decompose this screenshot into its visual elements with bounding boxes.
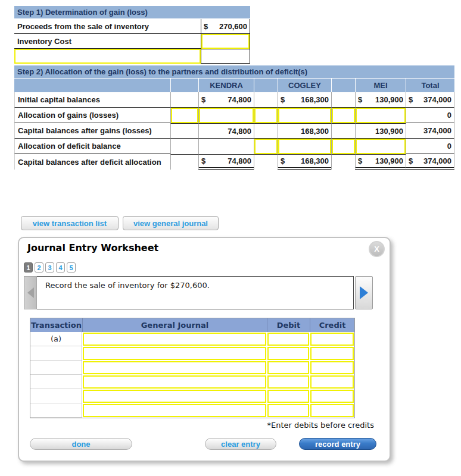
total-value-cell: 374,000 bbox=[406, 123, 454, 139]
debit-input-4[interactable] bbox=[267, 375, 309, 389]
debit-input-2[interactable] bbox=[267, 347, 309, 360]
transaction-cell bbox=[30, 361, 82, 375]
credit-cell bbox=[310, 361, 354, 375]
alloc-gains-kendra-cell bbox=[198, 108, 254, 123]
arrow-left-icon bbox=[27, 287, 34, 298]
amount: 74,800 bbox=[228, 156, 251, 165]
credit-input-1[interactable] bbox=[310, 333, 354, 346]
cogley-value-cell: $ 168,300 bbox=[278, 154, 331, 170]
instruction-bar: Record the sale of inventory for $270,60… bbox=[24, 276, 373, 309]
step1-table: Step 1) Determination of gain (loss) Pro… bbox=[14, 6, 250, 64]
alloc-gains-kendra-sign-cell bbox=[170, 108, 198, 123]
spacer-cell bbox=[170, 123, 198, 139]
account-input-6[interactable] bbox=[83, 404, 266, 417]
page-tab-3[interactable]: 3 bbox=[45, 262, 54, 273]
debits-before-credits-note: *Enter debits before credits bbox=[19, 421, 374, 430]
account-cell bbox=[82, 361, 267, 375]
amount: 74,800 bbox=[228, 95, 251, 104]
page-tab-1[interactable]: 1 bbox=[24, 262, 33, 273]
alloc-gains-cogley-input[interactable] bbox=[278, 108, 331, 123]
cogley-value-cell: $ 168,300 bbox=[278, 92, 331, 108]
account-input-5[interactable] bbox=[83, 390, 266, 403]
deficit-mei-sign-input[interactable] bbox=[332, 139, 355, 154]
close-icon: X bbox=[374, 245, 379, 253]
mei-value-cell: $ 130,900 bbox=[355, 92, 406, 108]
spacer-cell bbox=[254, 123, 278, 139]
account-cell bbox=[82, 375, 267, 389]
panel-title: Journal Entry Worksheet bbox=[27, 242, 158, 253]
account-cell bbox=[82, 403, 267, 418]
credit-input-3[interactable] bbox=[310, 361, 354, 374]
account-input-3[interactable] bbox=[83, 361, 266, 374]
gain-loss-label-input[interactable] bbox=[14, 49, 201, 64]
debit-input-3[interactable] bbox=[267, 361, 309, 374]
debit-cell bbox=[267, 346, 310, 361]
alloc-gains-cogley-sign-input[interactable] bbox=[254, 108, 278, 123]
inventory-cost-input[interactable] bbox=[201, 34, 250, 49]
view-transaction-list-button[interactable]: view transaction list bbox=[21, 216, 119, 230]
col-header-blank-3 bbox=[254, 79, 278, 92]
row-label: Capital balances after deficit allocatio… bbox=[14, 154, 170, 170]
record-entry-button[interactable]: record entry bbox=[299, 438, 376, 450]
debit-input-5[interactable] bbox=[267, 390, 309, 403]
alloc-gains-kendra-input[interactable] bbox=[199, 108, 254, 123]
alloc-gains-cogley-sign-cell bbox=[254, 108, 278, 123]
journal-entry-worksheet-panel: Journal Entry Worksheet X 1 2 3 4 5 Reco… bbox=[18, 237, 391, 462]
debit-input-1[interactable] bbox=[267, 333, 309, 346]
deficit-cogley-input[interactable] bbox=[278, 139, 331, 154]
transaction-cell bbox=[30, 346, 82, 361]
done-button[interactable]: done bbox=[30, 438, 132, 450]
inventory-cost-cell bbox=[201, 34, 250, 49]
credit-input-5[interactable] bbox=[310, 390, 354, 403]
credit-input-2[interactable] bbox=[310, 347, 354, 360]
spacer-cell bbox=[170, 154, 198, 170]
page-tab-2[interactable]: 2 bbox=[35, 262, 43, 273]
deficit-cogley-sign-input[interactable] bbox=[254, 139, 278, 154]
alloc-gains-total-cell: 0 bbox=[406, 108, 454, 123]
header-general-journal: General Journal bbox=[82, 318, 267, 332]
clear-entry-button[interactable]: clear entry bbox=[205, 438, 276, 450]
alloc-gains-cogley-cell bbox=[278, 108, 331, 123]
debit-cell bbox=[267, 361, 310, 375]
account-input-1[interactable] bbox=[83, 333, 266, 346]
journal-row bbox=[30, 361, 354, 375]
account-cell bbox=[82, 346, 267, 361]
journal-row bbox=[30, 403, 354, 418]
header-transaction: Transaction bbox=[30, 318, 82, 332]
alloc-gains-mei-input[interactable] bbox=[356, 108, 406, 123]
alloc-gains-mei-sign-input[interactable] bbox=[332, 108, 355, 123]
credit-input-6[interactable] bbox=[310, 404, 354, 417]
amount: 130,900 bbox=[375, 95, 403, 104]
transaction-cell: (a) bbox=[30, 332, 82, 346]
deficit-mei-input[interactable] bbox=[356, 139, 406, 154]
currency-symbol: $ bbox=[281, 95, 285, 104]
debit-input-6[interactable] bbox=[267, 404, 309, 417]
close-button[interactable]: X bbox=[369, 241, 385, 257]
step1-proceeds-label: Proceeds from the sale of inventory bbox=[14, 19, 201, 34]
spacer-cell bbox=[331, 154, 355, 170]
next-arrow-button[interactable] bbox=[355, 276, 373, 309]
account-input-2[interactable] bbox=[83, 347, 266, 360]
deficit-kendra-cell bbox=[198, 139, 254, 154]
deficit-mei-cell bbox=[355, 139, 406, 154]
amount: 0 bbox=[447, 111, 451, 120]
amount: 0 bbox=[447, 142, 451, 151]
page-tab-5[interactable]: 5 bbox=[67, 262, 76, 273]
spacer-cell bbox=[254, 92, 278, 108]
total-value-cell: $ 374,000 bbox=[406, 92, 454, 108]
amount: 374,000 bbox=[423, 156, 451, 165]
credit-input-4[interactable] bbox=[310, 375, 354, 389]
mei-value-cell: 130,900 bbox=[355, 123, 406, 139]
col-header-blank-4 bbox=[331, 79, 355, 92]
journal-row: (a) bbox=[30, 332, 354, 346]
currency-symbol: $ bbox=[409, 156, 413, 165]
deficit-total-cell: 0 bbox=[406, 139, 454, 154]
credit-cell bbox=[310, 332, 354, 346]
page-tab-4[interactable]: 4 bbox=[56, 262, 65, 273]
account-input-4[interactable] bbox=[83, 375, 266, 389]
header-debit: Debit bbox=[267, 318, 310, 332]
alloc-gains-kendra-sign-input[interactable] bbox=[171, 108, 198, 123]
view-general-journal-button[interactable]: view general journal bbox=[123, 216, 219, 230]
prev-arrow-button[interactable] bbox=[24, 276, 37, 309]
gain-loss-label-cell bbox=[14, 49, 201, 64]
